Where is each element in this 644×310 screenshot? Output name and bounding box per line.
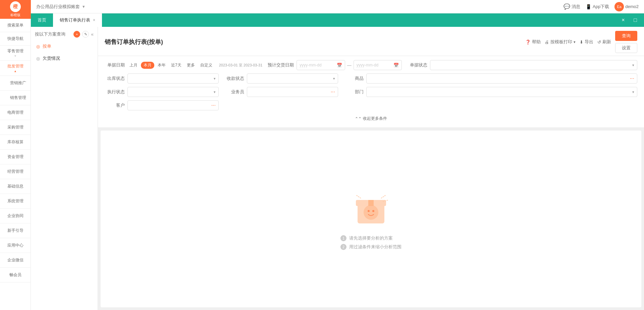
sidebar-logo[interactable]: 橙 标橙版 — [0, 0, 31, 19]
expected-date-end-input[interactable]: yyyy-mm-dd 📅 — [354, 60, 402, 70]
tab-home[interactable]: 首页 — [31, 13, 53, 27]
sidebar-item-retail[interactable]: 零售管理 ▾ — [0, 46, 31, 61]
tip-1-num: 1 — [340, 235, 346, 241]
sidebar-item-stock[interactable]: 库存核算 — [0, 135, 31, 150]
sidebar-item-ecommerce[interactable]: 电商管理 — [0, 105, 31, 120]
topbar-right: 💬 消息 📱 App下载 Ea demo2 — [564, 2, 639, 11]
payment-status-select[interactable]: ▾ — [247, 73, 338, 84]
sidebar-item-operation[interactable]: 经营管理 — [0, 164, 31, 179]
help-button[interactable]: ❓ 帮助 — [525, 39, 541, 45]
app-download-button[interactable]: 📱 App下载 — [586, 4, 609, 10]
shortcut-more[interactable]: 更多 — [185, 62, 197, 69]
filter-goods-item: 商品 ··· — [343, 73, 637, 84]
owe-goods-icon: ◎ — [36, 56, 40, 61]
goods-more-icon[interactable]: ··· — [630, 75, 634, 82]
scheme-item-by-order[interactable]: ◎ 按单 — [31, 40, 98, 52]
sidebar-item-sales[interactable]: 销售管理 — [0, 91, 31, 105]
sidebar-quick-nav[interactable]: 快捷导航 — [0, 32, 31, 46]
retail-arrow: ▾ — [14, 54, 16, 58]
user-profile[interactable]: Ea demo2 — [614, 2, 639, 11]
print-arrow-icon: ▾ — [574, 40, 576, 44]
by-order-icon: ◎ — [36, 44, 40, 49]
scheme-item-owe-goods[interactable]: ◎ 欠货情况 — [31, 52, 98, 64]
salesperson-more-icon[interactable]: ··· — [331, 89, 335, 95]
tab-sales-exec[interactable]: 销售订单执行表 × — [53, 13, 102, 27]
edit-scheme-button[interactable]: ✎ — [82, 31, 89, 38]
sidebar-item-newbie[interactable]: 新手引导 — [0, 223, 31, 238]
sidebar-item-member[interactable]: 畅会员 — [0, 268, 31, 282]
empty-state: 1 请先选择要分析的方案 2 用过滤条件来缩小分析范围 — [101, 131, 641, 307]
calendar-start-icon: 📅 — [337, 63, 342, 68]
filter-salesperson-item: 业务员 ··· — [224, 87, 338, 97]
app-download-icon: 📱 — [586, 4, 591, 9]
print-button[interactable]: 🖨 按模板打印 ▾ — [545, 39, 576, 45]
newbie-label: 新手引导 — [7, 228, 23, 234]
filter-row-1: 单据日期 上月 本月 本年 近7天 更多 自定义 2023-03-01 至 20… — [105, 60, 637, 70]
shortcut-this-month[interactable]: 本月 — [141, 62, 154, 69]
shortcut-last7[interactable]: 近7天 — [169, 62, 183, 69]
ecommerce-label: 电商管理 — [7, 110, 23, 115]
tab-close-window-button[interactable]: × — [619, 15, 628, 25]
filter-row-3: 执行状态 ▾ 业务员 ··· 部门 — [105, 87, 637, 97]
help-label: 帮助 — [532, 39, 541, 45]
ship-dropdown-icon: ▾ — [214, 76, 216, 81]
quick-nav-label: 快捷导航 — [7, 36, 23, 42]
status-label: 单据状态 — [407, 62, 427, 68]
sidebar-item-purchase[interactable]: 采购管理 — [0, 120, 31, 135]
status-select[interactable]: ▾ — [430, 60, 637, 70]
operation-label: 经营管理 — [7, 169, 23, 174]
retail-label: 零售管理 — [7, 48, 23, 54]
query-button[interactable]: 查询 — [615, 31, 637, 41]
date-shortcuts: 上月 本月 本年 近7天 更多 自定义 — [127, 62, 214, 69]
sidebar-search[interactable]: 搜索菜单 — [0, 19, 31, 32]
dept-dropdown-icon: ▾ — [632, 90, 634, 94]
finance-label: 资金管理 — [7, 154, 23, 160]
customer-more-icon[interactable]: ··· — [211, 102, 216, 108]
topbar-dropdown-icon[interactable]: ▾ — [83, 4, 85, 9]
message-button[interactable]: 💬 消息 — [564, 3, 580, 10]
sidebar-item-marketing[interactable]: 营销推广 — [0, 76, 31, 91]
left-panel-title: 按以下方案查询 — [35, 31, 65, 37]
collapse-filters-button[interactable]: ⌃⌃ 收起更多条件 — [355, 116, 387, 121]
shortcut-custom[interactable]: 自定义 — [198, 62, 214, 69]
add-scheme-button[interactable]: + — [73, 31, 80, 38]
basic-label: 基础信息 — [7, 184, 23, 189]
sidebar-item-enterprise[interactable]: 企业协同 — [0, 209, 31, 223]
salesperson-select[interactable]: ··· — [247, 87, 338, 97]
export-button[interactable]: ⬇ 导出 — [580, 39, 593, 45]
filter-ship-item: 出库状态 ▾ — [105, 73, 219, 84]
date-separator: — — [347, 63, 352, 68]
shortcut-this-year[interactable]: 本年 — [156, 62, 168, 69]
ship-status-select[interactable]: ▾ — [127, 73, 219, 84]
dept-select[interactable]: ▾ — [366, 87, 637, 97]
page-name: 办公用品行业模拟账套 — [36, 4, 80, 10]
tab-maximize-button[interactable]: □ — [631, 15, 640, 25]
collapse-row: ⌃⌃ 收起更多条件 — [105, 114, 637, 123]
sidebar-item-wholesale[interactable]: 批发管理 ▴ — [0, 61, 31, 76]
collapse-panel-button[interactable]: « — [91, 32, 94, 37]
logo-text: 标橙版 — [10, 13, 20, 17]
filter-row-4: 客户 ··· — [105, 100, 637, 110]
expected-date-start-input[interactable]: yyyy-mm-dd 📅 — [297, 60, 345, 70]
sidebar-item-finance[interactable]: 资金管理 — [0, 150, 31, 164]
refresh-button[interactable]: ↺ 刷新 — [597, 39, 611, 45]
tab-close-icon[interactable]: × — [93, 18, 95, 22]
page-header-actions: ❓ 帮助 🖨 按模板打印 ▾ ⬇ 导出 ↺ 刷新 — [525, 31, 637, 53]
sidebar-item-apps[interactable]: 应用中心 — [0, 238, 31, 253]
empty-tip-1: 1 请先选择要分析的方案 — [340, 235, 401, 241]
customer-select[interactable]: ··· — [127, 100, 219, 110]
svg-point-3 — [364, 205, 378, 220]
left-panel: 按以下方案查询 + ✎ « ◎ 按单 ◎ 欠货情况 — [31, 27, 98, 310]
settings-button[interactable]: 设置 — [615, 43, 637, 53]
enterprise-label: 企业协同 — [7, 213, 23, 219]
sidebar-item-basic[interactable]: 基础信息 — [0, 179, 31, 194]
svg-point-4 — [368, 210, 370, 212]
sidebar-item-wechat[interactable]: 企业微信 — [0, 253, 31, 268]
print-icon: 🖨 — [545, 40, 549, 45]
sidebar-item-system[interactable]: 系统管理 — [0, 194, 31, 209]
goods-label: 商品 — [343, 75, 364, 82]
goods-select[interactable]: ··· — [366, 73, 637, 84]
shortcut-last-month[interactable]: 上月 — [127, 62, 140, 69]
logo-icon: 橙 — [10, 1, 21, 12]
exec-status-select[interactable]: ▾ — [127, 87, 219, 97]
